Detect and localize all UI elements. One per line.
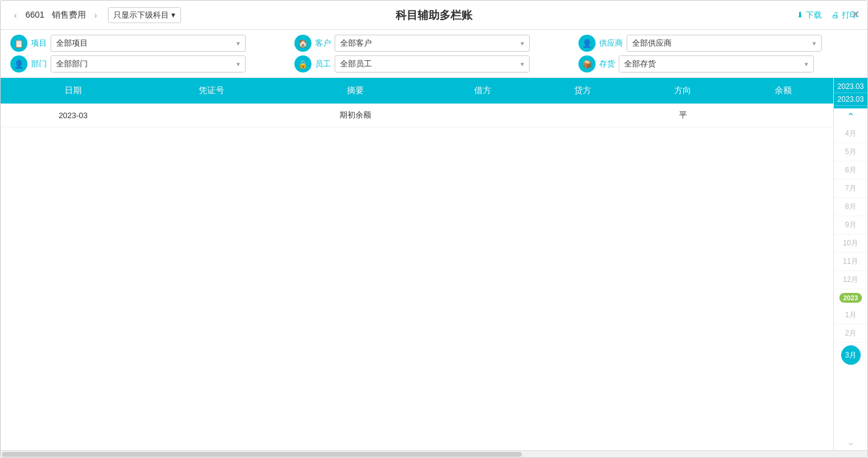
project-arrow-icon: ▾ — [237, 40, 240, 48]
page-title: 科目辅助多栏账 — [396, 8, 472, 23]
title-bar: ‹ 6601 销售费用 › 只显示下级科目 ▾ 科目辅助多栏账 ⬇ 下载 🖨 打… — [1, 1, 867, 30]
timeline-items: 4月5月6月7月8月9月10月11月12月20231月2月3月 — [834, 125, 867, 434]
timeline-scroll-down-button[interactable]: ⌄ — [834, 434, 867, 450]
filter-row-2: 👤 部门 全部部门 ▾ 🔒 员工 全部员工 ▾ 📦 存货 全部存货 — [10, 55, 858, 72]
next-account-button[interactable]: › — [91, 9, 101, 21]
inventory-value: 全部存货 — [624, 58, 656, 69]
timeline-month-7月[interactable]: 7月 — [834, 180, 867, 198]
customer-value: 全部客户 — [340, 38, 372, 49]
inventory-icon: 📦 — [578, 55, 596, 72]
print-icon: 🖨 — [831, 10, 839, 19]
col-credit: 贷方 — [533, 78, 633, 104]
employee-icon: 🔒 — [294, 55, 311, 72]
filter-customer: 🏠 客户 全部客户 ▾ — [294, 35, 574, 52]
col-balance: 余额 — [733, 78, 833, 104]
employee-arrow-icon: ▾ — [521, 60, 524, 68]
department-arrow-icon: ▾ — [237, 60, 240, 68]
filter-supplier: 👤 供应商 全部供应商 ▾ — [578, 35, 858, 52]
timeline-month-3月[interactable]: 3月 — [841, 345, 861, 365]
project-icon: 📋 — [10, 35, 27, 52]
cell-date: 2023-03 — [1, 104, 146, 127]
employee-select[interactable]: 全部员工 ▾ — [335, 55, 530, 72]
cell-direction: 平 — [633, 104, 733, 127]
cell-summary: 期初余额 — [278, 104, 433, 127]
table-area: 日期 凭证号 摘要 借方 贷方 方向 余额 2023-03期初余额平 2023.… — [1, 78, 867, 450]
supplier-arrow-icon: ▾ — [813, 40, 816, 48]
nav-area: ‹ 6601 销售费用 › 只显示下级科目 ▾ — [10, 7, 181, 23]
timeline-month-10月[interactable]: 10月 — [834, 234, 867, 253]
inventory-arrow-icon: ▾ — [805, 60, 808, 68]
timeline-month-2月[interactable]: 2月 — [834, 325, 867, 343]
project-select[interactable]: 全部项目 ▾ — [51, 35, 246, 52]
timeline-month-12月[interactable]: 12月 — [834, 271, 867, 289]
department-select[interactable]: 全部部门 ▾ — [51, 55, 246, 72]
filter-row-1: 📋 项目 全部项目 ▾ 🏠 客户 全部客户 ▾ 👤 供应商 全部供应 — [10, 35, 858, 52]
filter-label: 只显示下级科目 — [113, 10, 169, 21]
table-header-row: 日期 凭证号 摘要 借方 贷方 方向 余额 — [1, 78, 833, 104]
cell-voucher — [146, 104, 278, 127]
table-container[interactable]: 日期 凭证号 摘要 借方 贷方 方向 余额 2023-03期初余额平 — [1, 78, 833, 450]
department-label: 部门 — [31, 58, 47, 69]
table-row[interactable]: 2023-03期初余额平 — [1, 104, 833, 127]
col-direction: 方向 — [633, 78, 733, 104]
timeline-panel: 2023.03 2023.03 ⌃ 4月5月6月7月8月9月10月11月12月2… — [833, 78, 867, 450]
chevron-down-icon: ⌄ — [847, 436, 855, 448]
timeline-month-5月[interactable]: 5月 — [834, 143, 867, 161]
cell-balance — [733, 104, 833, 127]
cell-credit — [533, 104, 633, 127]
download-icon: ⬇ — [797, 10, 803, 19]
filter-area: 📋 项目 全部项目 ▾ 🏠 客户 全部客户 ▾ 👤 供应商 全部供应 — [1, 30, 867, 78]
timeline-scroll-up-button[interactable]: ⌃ — [834, 108, 867, 125]
customer-label: 客户 — [315, 38, 331, 49]
filter-employee: 🔒 员工 全部员工 ▾ — [294, 55, 574, 72]
supplier-value: 全部供应商 — [632, 38, 672, 49]
customer-icon: 🏠 — [294, 35, 311, 52]
account-code: 6601 销售费用 — [26, 10, 86, 21]
timeline-header: 2023.03 2023.03 — [834, 78, 867, 108]
employee-value: 全部员工 — [340, 58, 372, 69]
timeline-month-8月[interactable]: 8月 — [834, 198, 867, 216]
timeline-active-wrapper[interactable]: 3月 — [834, 343, 867, 367]
department-value: 全部部门 — [56, 58, 88, 69]
chevron-up-icon: ⌃ — [847, 111, 855, 122]
customer-arrow-icon: ▾ — [521, 40, 524, 48]
col-date: 日期 — [1, 78, 146, 104]
project-value: 全部项目 — [56, 38, 88, 49]
timeline-month-9月[interactable]: 9月 — [834, 216, 867, 234]
account-code-value: 6601 — [26, 10, 44, 19]
cell-debit — [433, 104, 533, 127]
timeline-month-11月[interactable]: 11月 — [834, 253, 867, 271]
main-window: ‹ 6601 销售费用 › 只显示下级科目 ▾ 科目辅助多栏账 ⬇ 下载 🖨 打… — [0, 0, 868, 458]
download-label: 下载 — [806, 10, 822, 21]
col-debit: 借方 — [433, 78, 533, 104]
chevron-down-icon: ▾ — [171, 10, 176, 19]
year-badge: 2023 — [834, 289, 867, 306]
employee-label: 员工 — [315, 58, 331, 69]
timeline-month-4月[interactable]: 4月 — [834, 125, 867, 143]
ledger-table: 日期 凭证号 摘要 借方 贷方 方向 余额 2023-03期初余额平 — [1, 78, 833, 127]
horizontal-scrollbar[interactable] — [1, 450, 867, 457]
close-button[interactable]: ✕ — [851, 8, 860, 21]
department-icon: 👤 — [10, 55, 27, 72]
toolbar-right: ⬇ 下载 🖨 打印 — [797, 10, 858, 21]
col-voucher: 凭证号 — [146, 78, 278, 104]
supplier-label: 供应商 — [599, 38, 623, 49]
inventory-select[interactable]: 全部存货 ▾ — [619, 55, 814, 72]
timeline-month-6月[interactable]: 6月 — [834, 161, 867, 180]
year-badge-label: 2023 — [839, 293, 861, 303]
customer-select[interactable]: 全部客户 ▾ — [335, 35, 530, 52]
supplier-select[interactable]: 全部供应商 ▾ — [627, 35, 822, 52]
supplier-icon: 👤 — [578, 35, 596, 52]
timeline-header-1: 2023.03 — [834, 93, 867, 106]
scrollbar-thumb[interactable] — [2, 452, 522, 457]
account-name-value: 销售费用 — [52, 10, 86, 19]
timeline-month-1月[interactable]: 1月 — [834, 306, 867, 325]
filter-project: 📋 项目 全部项目 ▾ — [10, 35, 290, 52]
col-summary: 摘要 — [278, 78, 433, 104]
filter-inventory: 📦 存货 全部存货 ▾ — [578, 55, 858, 72]
timeline-header-0: 2023.03 — [834, 80, 867, 93]
filter-department: 👤 部门 全部部门 ▾ — [10, 55, 290, 72]
prev-account-button[interactable]: ‹ — [10, 9, 21, 21]
show-sub-accounts-dropdown[interactable]: 只显示下级科目 ▾ — [108, 7, 181, 23]
download-button[interactable]: ⬇ 下载 — [797, 10, 822, 21]
